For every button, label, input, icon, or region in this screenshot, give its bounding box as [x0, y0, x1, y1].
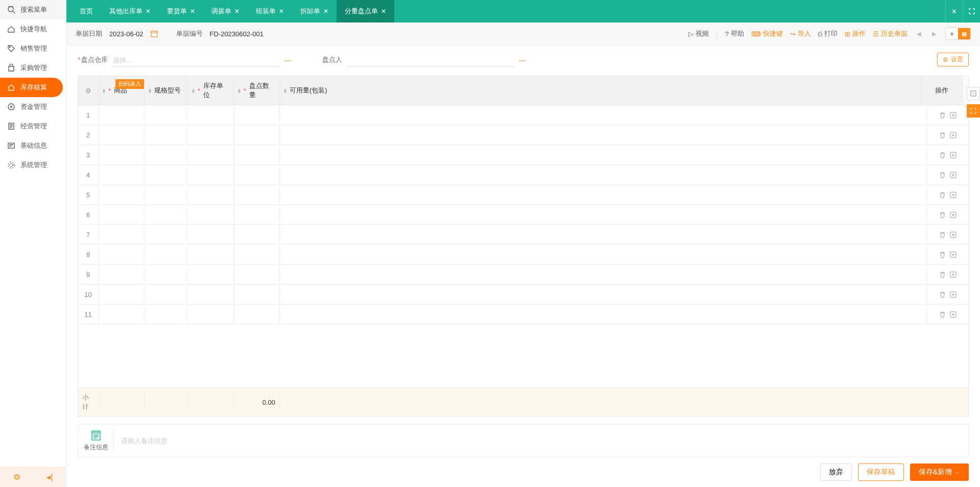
cell-product[interactable] — [99, 285, 145, 304]
tab-home[interactable]: 首页 — [71, 0, 101, 22]
cell-spec[interactable] — [145, 125, 188, 145]
delete-row-icon[interactable] — [939, 152, 946, 158]
next-button[interactable]: ▶ — [930, 31, 938, 37]
cell-spec[interactable] — [145, 185, 188, 204]
cell-available[interactable] — [280, 125, 927, 145]
person-picker-button[interactable]: ⋯ — [519, 57, 526, 66]
tab-disassemble[interactable]: 拆卸单✕ — [292, 0, 337, 22]
close-icon[interactable]: ✕ — [381, 8, 386, 15]
cell-count-qty[interactable] — [234, 185, 280, 204]
cell-spec[interactable] — [145, 105, 188, 125]
sort-icon[interactable]: ▴▾ — [103, 88, 105, 93]
cell-product[interactable] — [99, 305, 145, 324]
cell-spec[interactable] — [145, 305, 188, 324]
cell-product[interactable] — [99, 185, 145, 204]
sort-icon[interactable]: ▴▾ — [284, 88, 286, 93]
cell-product[interactable] — [99, 225, 145, 244]
close-icon[interactable]: ✕ — [234, 8, 240, 15]
calendar-icon[interactable] — [151, 30, 158, 37]
close-icon[interactable]: ✕ — [323, 8, 328, 15]
cell-available[interactable] — [280, 165, 927, 184]
cell-count-qty[interactable] — [234, 245, 280, 264]
sidebar-item-system[interactable]: 系统管理 — [0, 155, 66, 175]
add-row-icon[interactable] — [950, 311, 957, 318]
cell-product[interactable] — [99, 245, 145, 264]
sidebar-item-sales[interactable]: 销售管理 — [0, 39, 66, 58]
import-link[interactable]: ↪导入 — [790, 29, 811, 38]
cell-spec[interactable] — [145, 205, 188, 224]
add-row-icon[interactable] — [950, 271, 957, 278]
cell-count-qty[interactable] — [234, 145, 280, 165]
cell-spec[interactable] — [145, 225, 188, 244]
tab-other-outbound[interactable]: 其他出库单✕ — [101, 0, 159, 22]
cell-product[interactable] — [99, 165, 145, 184]
tab-weight-inventory[interactable]: 分量盘点单✕ — [337, 0, 394, 22]
cell-count-qty[interactable] — [234, 165, 280, 184]
delete-row-icon[interactable] — [939, 112, 946, 119]
cell-available[interactable] — [280, 245, 927, 264]
table-row[interactable]: 2 — [78, 125, 968, 145]
table-row[interactable]: 1 — [78, 105, 968, 125]
cell-product[interactable] — [99, 205, 145, 224]
table-row[interactable]: 4 — [78, 165, 968, 185]
add-row-icon[interactable] — [950, 231, 957, 238]
cell-product[interactable] — [99, 125, 145, 145]
sidebar-item-search[interactable]: 搜索菜单 — [0, 0, 66, 19]
discard-button[interactable]: 放弃 — [820, 463, 852, 481]
column-config-button[interactable]: ⚙ — [78, 76, 99, 105]
add-row-icon[interactable] — [950, 251, 957, 258]
cell-spec[interactable] — [145, 145, 188, 165]
cell-unit[interactable] — [188, 305, 234, 324]
print-link[interactable]: ⎙打印 — [818, 29, 838, 38]
sidebar-item-funds[interactable]: 资金管理 — [0, 97, 66, 117]
operate-link[interactable]: ⊞操作 — [845, 29, 866, 38]
cell-spec[interactable] — [145, 245, 188, 264]
table-row[interactable]: 5 — [78, 185, 968, 205]
cell-spec[interactable] — [145, 285, 188, 304]
delete-row-icon[interactable] — [939, 192, 946, 198]
cell-count-qty[interactable] — [234, 205, 280, 224]
delete-row-icon[interactable] — [939, 172, 946, 178]
prev-button[interactable]: ◀ — [915, 31, 923, 37]
settings-icon[interactable]: ⚙ — [13, 472, 20, 482]
col-product[interactable]: ▴▾ * 商品 扫码录入 — [99, 76, 145, 105]
col-count-qty[interactable]: ▴▾ * 盘点数量 — [234, 76, 280, 105]
cell-product[interactable] — [99, 265, 145, 284]
sort-icon[interactable]: ▴▾ — [238, 88, 241, 93]
cell-available[interactable] — [280, 285, 927, 304]
cell-available[interactable] — [280, 185, 927, 204]
sidebar-item-inventory[interactable]: 库存核算 — [0, 78, 63, 97]
cell-count-qty[interactable] — [234, 305, 280, 324]
sidebar-item-quicknav[interactable]: 快捷导航 — [0, 19, 66, 39]
col-spec[interactable]: ▴▾ 规格型号 — [145, 76, 188, 105]
close-icon[interactable]: ✕ — [146, 8, 151, 15]
cell-count-qty[interactable] — [234, 105, 280, 125]
person-input[interactable] — [346, 54, 515, 66]
cell-available[interactable] — [280, 105, 927, 125]
video-link[interactable]: ▷视频 — [688, 29, 709, 38]
sidebar-item-business[interactable]: 经营管理 — [0, 117, 66, 136]
cell-count-qty[interactable] — [234, 265, 280, 284]
scan-badge[interactable]: 扫码录入 — [115, 79, 144, 89]
close-tab-button[interactable]: ✕ — [945, 0, 963, 22]
delete-row-icon[interactable] — [939, 251, 946, 258]
table-row[interactable]: 3 — [78, 145, 968, 165]
cell-unit[interactable] — [188, 165, 234, 184]
cell-unit[interactable] — [188, 265, 234, 284]
delete-row-icon[interactable] — [939, 291, 946, 298]
add-row-icon[interactable] — [950, 212, 957, 218]
cell-spec[interactable] — [145, 165, 188, 184]
cell-available[interactable] — [280, 205, 927, 224]
tab-assemble[interactable]: 组装单✕ — [248, 0, 292, 22]
collapse-icon[interactable]: ◂| — [46, 472, 53, 482]
cell-available[interactable] — [280, 265, 927, 284]
side-tool-1[interactable] — [967, 87, 980, 100]
side-tool-2[interactable] — [967, 104, 980, 118]
help-link[interactable]: ?帮助 — [725, 29, 744, 38]
tab-transfer[interactable]: 调拨单✕ — [203, 0, 248, 22]
col-available[interactable]: ▴▾ 可用量(包装) — [280, 76, 921, 105]
warehouse-input[interactable] — [112, 54, 280, 66]
close-icon[interactable]: ✕ — [190, 8, 195, 15]
expand-button[interactable] — [963, 0, 980, 22]
cell-unit[interactable] — [188, 185, 234, 204]
